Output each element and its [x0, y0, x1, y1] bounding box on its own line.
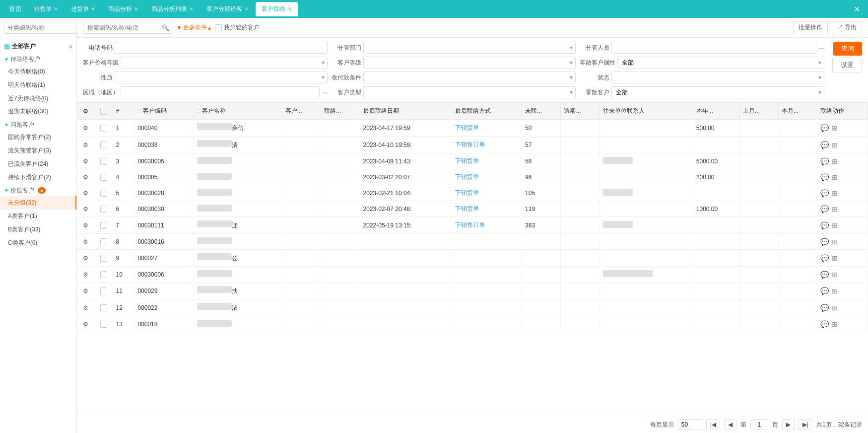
row-settings[interactable]: ⚙: [77, 250, 95, 267]
row-checkbox[interactable]: [95, 137, 113, 153]
apps-icon[interactable]: ⊞: [832, 124, 838, 132]
nav-tab-analysis[interactable]: 商品分析 ✕: [102, 2, 144, 16]
last-date-column-header[interactable]: 最后联络日期: [360, 103, 452, 120]
name-column-header[interactable]: ::客户名称: [194, 103, 282, 120]
chat-icon[interactable]: 💬: [820, 124, 829, 132]
overdue-column-header[interactable]: 逾期...: [561, 103, 600, 120]
row-check[interactable]: [100, 206, 107, 213]
search-input[interactable]: [87, 24, 162, 31]
row-check[interactable]: [100, 158, 107, 165]
apps-icon[interactable]: ⊞: [832, 287, 838, 295]
row-settings[interactable]: ⚙: [77, 201, 95, 217]
price-level-select[interactable]: [121, 57, 328, 69]
apps-icon[interactable]: ⊞: [832, 238, 838, 246]
chat-icon[interactable]: 💬: [820, 141, 829, 149]
row-last-contact-method[interactable]: [452, 250, 522, 267]
window-close-button[interactable]: ✕: [850, 2, 864, 16]
chat-icon[interactable]: 💬: [820, 287, 829, 295]
sidebar-item-ungrouped[interactable]: 未分组(32): [0, 196, 76, 210]
row-actions[interactable]: 💬 ⊞: [817, 283, 868, 299]
region-dots-btn[interactable]: ···: [322, 88, 328, 96]
search-icon[interactable]: 🔍: [162, 24, 169, 31]
status-select[interactable]: [611, 72, 824, 83]
row-check[interactable]: [100, 255, 107, 262]
select-all-checkbox[interactable]: [100, 108, 107, 115]
row-settings[interactable]: ⚙: [77, 234, 95, 250]
sidebar-item-tomorrow-pending[interactable]: 明天待联络(1): [0, 78, 76, 92]
sidebar-item-overdue-contact[interactable]: 逾期未联络(30): [0, 105, 76, 118]
row-check[interactable]: [100, 142, 107, 148]
apps-icon[interactable]: ⊞: [832, 304, 838, 312]
chat-icon[interactable]: 💬: [820, 173, 829, 181]
row-settings[interactable]: ⚙: [77, 283, 95, 299]
my-customers-check[interactable]: [215, 24, 222, 31]
row-last-contact-method[interactable]: [452, 299, 522, 316]
nav-tab-customer-tier[interactable]: 客户分层经客 ✕: [200, 2, 255, 16]
retail-attr-select[interactable]: 全部: [617, 57, 824, 69]
customer-type-select[interactable]: [363, 86, 576, 98]
row-last-contact-method[interactable]: 下销货单: [452, 120, 522, 137]
next-page-button[interactable]: ▶: [782, 419, 795, 430]
chat-icon[interactable]: 💬: [820, 320, 829, 328]
row-checkbox[interactable]: [95, 250, 113, 267]
person-input[interactable]: [611, 42, 816, 54]
contact-method-link[interactable]: 下销售订单: [455, 221, 485, 228]
query-button[interactable]: 查询: [833, 42, 862, 56]
chat-icon[interactable]: 💬: [820, 271, 829, 279]
export-button[interactable]: ↗ 导出: [832, 21, 862, 34]
row-settings[interactable]: ⚙: [77, 267, 95, 283]
row-last-contact-method[interactable]: 下销货单: [452, 153, 522, 169]
row-actions[interactable]: 💬 ⊞: [817, 217, 868, 234]
row-actions[interactable]: 💬 ⊞: [817, 137, 868, 153]
apps-icon[interactable]: ⊞: [832, 254, 838, 262]
row-checkbox[interactable]: [95, 283, 113, 299]
first-page-button[interactable]: |◀: [706, 419, 720, 430]
this-month-column-header[interactable]: 本月...: [779, 103, 817, 120]
row-actions[interactable]: 💬 ⊞: [817, 185, 868, 201]
person-dots-btn[interactable]: ···: [818, 44, 824, 52]
contact-method-link[interactable]: 下销售订单: [455, 141, 485, 148]
chat-icon[interactable]: 💬: [820, 205, 829, 213]
prev-page-button[interactable]: ◀: [724, 419, 736, 430]
row-checkbox[interactable]: [95, 316, 113, 332]
sidebar-all-customers[interactable]: ⊞ 全部客户 «: [0, 38, 76, 53]
row-settings[interactable]: ⚙: [77, 299, 95, 316]
row-settings[interactable]: ⚙: [77, 153, 95, 169]
chat-icon[interactable]: 💬: [820, 157, 829, 165]
sidebar-item-abnormal[interactable]: 固购异常客户(2): [0, 131, 76, 144]
close-icon[interactable]: ✕: [287, 6, 292, 12]
row-checkbox[interactable]: [95, 169, 113, 185]
row-last-contact-method[interactable]: 下销售订单: [452, 217, 522, 234]
row-last-contact-method[interactable]: [452, 267, 522, 283]
sidebar-item-week-pending[interactable]: 近7天待联络(0): [0, 92, 76, 105]
phone-input[interactable]: [115, 42, 328, 54]
apps-icon[interactable]: ⊞: [832, 141, 838, 149]
settings-column-header[interactable]: ⚙: [77, 103, 95, 120]
more-conditions-btn[interactable]: ▼ 更多条件 ▴: [176, 23, 211, 32]
row-check[interactable]: [100, 304, 107, 311]
chat-icon[interactable]: 💬: [820, 189, 829, 197]
sidebar-item-churned[interactable]: 已流失客户(24): [0, 157, 76, 171]
batch-ops-button[interactable]: 批量操作: [793, 21, 828, 34]
sidebar-search-input[interactable]: [4, 22, 77, 34]
type-column-header[interactable]: 客户...: [282, 103, 321, 120]
row-last-contact-method[interactable]: 下销售订单: [452, 137, 522, 153]
row-checkbox[interactable]: [95, 267, 113, 283]
contact-method-link[interactable]: 下销货单: [455, 173, 479, 180]
per-page-select[interactable]: 50 100 200: [678, 419, 702, 430]
close-icon[interactable]: ✕: [91, 6, 95, 12]
no-contact-column-header[interactable]: 未联...: [522, 103, 561, 120]
row-settings[interactable]: ⚙: [77, 120, 95, 137]
row-actions[interactable]: 💬 ⊞: [817, 250, 868, 267]
row-last-contact-method[interactable]: [452, 234, 522, 250]
row-settings[interactable]: ⚙: [77, 217, 95, 234]
customer-level-select[interactable]: [363, 57, 576, 69]
checkbox-column-header[interactable]: [95, 103, 113, 120]
row-last-contact-method[interactable]: [452, 316, 522, 332]
my-customers-checkbox[interactable]: 我分管的客户: [215, 23, 260, 32]
page-number-input[interactable]: [750, 419, 768, 430]
close-icon[interactable]: ✕: [54, 6, 58, 12]
dept-select[interactable]: [363, 42, 576, 54]
region-input[interactable]: [121, 86, 320, 98]
chat-icon[interactable]: 💬: [820, 304, 829, 312]
